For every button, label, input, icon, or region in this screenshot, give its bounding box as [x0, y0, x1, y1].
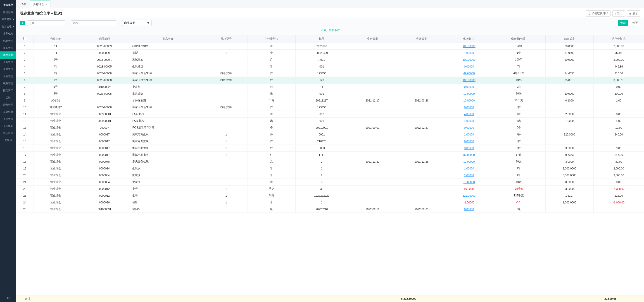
row-prod-date	[348, 152, 397, 158]
row-batch: 3	[296, 179, 348, 186]
row-amount: 3,000.00	[594, 172, 644, 179]
tab-close-btn[interactable]: ×	[46, 0, 47, 8]
table-container[interactable]: 仓库名称 商品编码 商品名称 规格型号 主计量单位 批号 生产日期 失效日期 现…	[16, 35, 644, 295]
print-button[interactable]: 🖨 按钮默认打印	[586, 11, 610, 17]
row-warehouse: 1号	[33, 56, 78, 63]
row-name: 蕃斯	[131, 50, 205, 56]
row-no: 13	[16, 124, 33, 131]
filter-expand-btn[interactable]: >	[20, 21, 25, 25]
sidebar-item-采购管理[interactable]: 采购管理	[0, 44, 16, 51]
row-unit: 米	[247, 172, 296, 179]
row-qty-main[interactable]: 10.00000	[446, 179, 492, 186]
sidebar-item-发票管理[interactable]: 发票管理	[0, 73, 16, 80]
col-checkbox[interactable]	[16, 35, 33, 43]
sidebar-item-税务管理[interactable]: 税务管理	[0, 80, 16, 87]
row-qty-main[interactable]: 4.00000	[446, 118, 492, 124]
sidebar-item-库存核算[interactable]: 库存核算	[0, 51, 16, 58]
row-spec: 1	[205, 199, 247, 206]
sidebar-item-基础信息[interactable]: 基础信息	[0, 108, 16, 115]
row-prod-date	[348, 186, 397, 192]
sidebar-item-快捷导航[interactable]: 快捷导航	[0, 9, 16, 16]
row-no: 18	[16, 158, 33, 165]
category-select[interactable]: 商品分类 ▼	[122, 20, 152, 26]
table-row: 11营业综仓000900001POS 批次米0024.000004米2.0000…	[16, 111, 644, 118]
row-prod-date: 2021-12-17	[348, 97, 397, 104]
tab-home[interactable]: 首页	[18, 0, 30, 8]
expand-conditions-btn[interactable]: ✓ 展开更多条件	[320, 27, 341, 33]
row-qty-main[interactable]: 1.00000	[446, 165, 492, 172]
row-exp-date	[397, 50, 446, 56]
amount-info-icon: ⓘ	[623, 37, 626, 40]
main-area: 首页 库存批次 × 现存量查询(按仓库＋批次) 🖨 按钮默认打印 ↑ 导出 ⊞	[16, 0, 644, 302]
sidebar-item-云应用[interactable]: 云应用	[0, 137, 16, 144]
tab-active[interactable]: 库存批次 ×	[30, 0, 50, 8]
row-qty-pack: 0吨	[492, 84, 546, 90]
row-qty-main[interactable]: 100.00000	[446, 43, 492, 50]
row-qty-main[interactable]: 10.00000	[446, 90, 492, 97]
row-qty-main[interactable]: 0.00000	[446, 138, 492, 145]
row-qty-main[interactable]: 0.00000	[446, 63, 492, 70]
row-qty-main[interactable]: 3.00000	[446, 145, 492, 152]
row-qty-main[interactable]: 1.00000	[446, 50, 492, 56]
row-qty-main[interactable]: 0.00000	[446, 206, 492, 213]
row-amount: 8.00	[594, 111, 644, 118]
row-no: 8	[16, 90, 33, 97]
goods-input[interactable]	[71, 20, 116, 26]
row-qty-main[interactable]: 0.00000	[446, 84, 492, 90]
row-qty-main[interactable]: 2.00000	[446, 131, 492, 138]
sidebar-item-工资[interactable]: 工资	[0, 94, 16, 101]
table-row: 1110023-00009软饮通用物资米2021098100.00000100米…	[16, 43, 644, 50]
sidebar-item-资金管理[interactable]: 资金管理	[0, 59, 16, 66]
row-qty-main[interactable]: 49.60000	[446, 70, 492, 77]
row-qty-main[interactable]: -1.00000	[446, 199, 492, 206]
table-row: 22营业综仓0000012批号1千克33-16.00000-16千克333.00…	[16, 186, 644, 192]
sidebar-item-小鹅电商[interactable]: 小鹅电商	[0, 30, 16, 37]
row-spec: 白色/奶棒	[205, 77, 247, 84]
sidebar-item-批发管理[interactable]: 批发管理 ▼	[0, 23, 16, 30]
expand-button[interactable]: ⊞ 展示	[627, 11, 640, 17]
row-unit: 件	[247, 152, 296, 158]
select-all-checkbox[interactable]	[23, 37, 26, 40]
row-qty-main[interactable]: 87.00000	[446, 152, 492, 158]
sidebar-item-新手引导[interactable]: 新手引导	[0, 130, 16, 137]
row-spec: 1	[205, 186, 247, 192]
sidebar-item-经营管理[interactable]: 经营管理	[0, 101, 16, 108]
sidebar-item-电商管理[interactable]: 电商管理	[0, 37, 16, 44]
sidebar-item-总账管理[interactable]: 总账管理	[0, 66, 16, 73]
sidebar-item-企业协同[interactable]: 企业协同	[0, 122, 16, 130]
row-batch: 20220216	[296, 206, 348, 213]
search-button[interactable]: 查询	[618, 20, 628, 26]
export-button[interactable]: ↑ 导出	[612, 11, 625, 17]
data-table: 仓库名称 商品编码 商品名称 规格型号 主计量单位 批号 生产日期 失效日期 现…	[16, 35, 644, 213]
row-batch: 1	[296, 199, 348, 206]
row-warehouse: 营业综仓	[33, 152, 78, 158]
col-exp-date: 失效日期	[397, 35, 446, 43]
row-amount	[594, 104, 644, 111]
row-name: 批号	[131, 192, 205, 199]
row-warehouse: 营业综仓	[33, 131, 78, 138]
warehouse-input[interactable]	[27, 20, 65, 26]
sidebar-item-固定资产[interactable]: 固定资产	[0, 87, 16, 94]
row-name: 测试电商批次	[131, 138, 205, 145]
sidebar-settings-icon[interactable]: ⚙	[0, 294, 16, 302]
row-qty-main[interactable]: 0.00000	[446, 124, 492, 131]
row-qty-main[interactable]: 122.00000	[446, 192, 492, 199]
row-qty-pack: 100米	[492, 43, 546, 50]
row-amount: 10.00	[594, 124, 644, 131]
sidebar-item-零售管理[interactable]: 零售管理 ▼	[0, 16, 16, 23]
print-icon: 🖨	[588, 12, 591, 15]
sidebar-item-系统管理[interactable]: 系统管理	[0, 115, 16, 122]
row-qty-main[interactable]: 100.00000	[446, 77, 492, 84]
row-cost	[546, 104, 594, 111]
row-qty-main[interactable]: 10.00000	[446, 97, 492, 104]
settings-button[interactable]: 设置	[630, 20, 640, 26]
row-qty-main[interactable]: 10.00000	[446, 158, 492, 165]
row-qty-main[interactable]: 100.00000	[446, 56, 492, 63]
row-qty-main[interactable]: 0.00000	[446, 104, 492, 111]
row-qty-main[interactable]: 1.00000	[446, 172, 492, 179]
row-qty-main[interactable]: -16.00000	[446, 186, 492, 192]
row-qty-main[interactable]: 4.00000	[446, 111, 492, 118]
row-unit: 米	[247, 165, 296, 172]
sidebar-logo[interactable]: 搜索菜单	[2, 2, 14, 8]
expand-check-icon: ✓	[321, 29, 323, 32]
